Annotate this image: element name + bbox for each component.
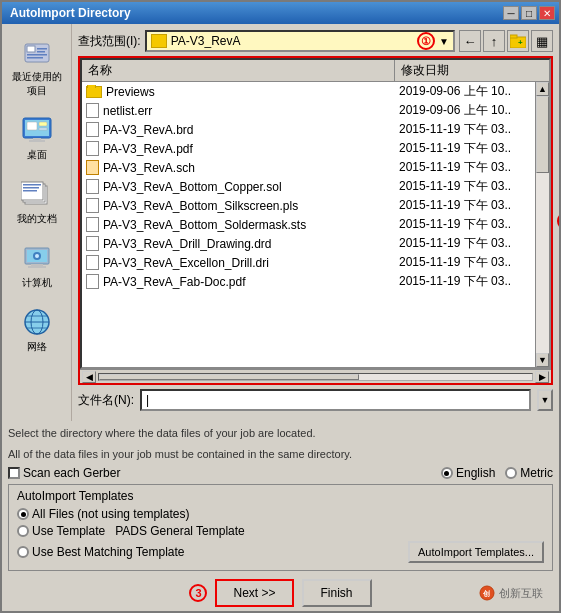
all-files-radio[interactable]: All Files (not using templates) — [17, 507, 189, 521]
file-name: PA-V3_RevA.sch — [103, 161, 195, 175]
sidebar: 最近使用的项目 桌面 — [2, 24, 72, 421]
autoimport-templates-button[interactable]: AutoImport Templates... — [408, 541, 544, 563]
watermark: 创 创新互联 — [479, 585, 543, 601]
sidebar-item-mycomputer[interactable]: 计算机 — [7, 238, 67, 294]
scroll-down-btn[interactable]: ▼ — [536, 353, 549, 367]
desktop-icon — [21, 114, 53, 146]
templates-title: AutoImport Templates — [17, 489, 544, 503]
path-dropdown[interactable]: PA-V3_RevA ① ▼ — [145, 30, 455, 52]
metric-radio[interactable]: Metric — [505, 466, 553, 480]
recent-label: 最近使用的项目 — [11, 70, 63, 98]
english-radio[interactable]: English — [441, 466, 495, 480]
minimize-button[interactable]: ─ — [503, 6, 519, 20]
next-button[interactable]: Next >> — [215, 579, 293, 607]
table-row[interactable]: PA-V3_RevA.sch 2015-11-19 下午 03.. — [82, 158, 535, 177]
watermark-icon: 创 — [479, 585, 495, 601]
table-row[interactable]: PA-V3_RevA_Excellon_Drill.dri 2015-11-19… — [82, 253, 535, 272]
info-line1: Select the directory where the data file… — [8, 425, 553, 442]
use-template-radio[interactable]: Use Template — [17, 524, 105, 538]
table-row[interactable]: PA-V3_RevA.pdf 2015-11-19 下午 03.. — [82, 139, 535, 158]
scroll-right-btn[interactable]: ▶ — [535, 371, 549, 383]
template-option2-row: Use Template PADS General Template — [17, 524, 544, 538]
svg-text:+: + — [518, 38, 523, 47]
scroll-track[interactable] — [98, 373, 533, 381]
up-button[interactable]: ↑ — [483, 30, 505, 52]
file-name: PA-V3_RevA_Bottom_Copper.sol — [103, 180, 282, 194]
sidebar-item-mydocs[interactable]: 我的文档 — [7, 174, 67, 230]
path-toolbar: 查找范围(I): PA-V3_RevA ① ▼ ← ↑ + — [78, 30, 553, 52]
all-files-label: All Files (not using templates) — [32, 507, 189, 521]
template-option3-row: Use Best Matching Template AutoImport Te… — [17, 541, 544, 563]
filename-label: 文件名(N): — [78, 392, 134, 409]
scan-option-row: Scan each Gerber English Metric — [8, 466, 553, 480]
sch-file-icon — [86, 160, 99, 175]
svg-rect-16 — [23, 184, 41, 186]
new-folder-button[interactable]: + — [507, 30, 529, 52]
file-name: PA-V3_RevA.pdf — [103, 142, 193, 156]
file-name-cell: PA-V3_RevA_Bottom_Soldermask.sts — [82, 217, 395, 232]
table-row[interactable]: PA-V3_RevA_Bottom_Silkscreen.pls 2015-11… — [82, 196, 535, 215]
file-name-cell: PA-V3_RevA_Fab-Doc.pdf — [82, 274, 395, 289]
english-radio-dot[interactable] — [441, 467, 453, 479]
best-match-radio-dot[interactable] — [17, 546, 29, 558]
maximize-button[interactable]: □ — [521, 6, 537, 20]
table-row[interactable]: PA-V3_RevA.brd 2015-11-19 下午 03.. — [82, 120, 535, 139]
sidebar-item-recent[interactable]: 最近使用的项目 — [7, 32, 67, 102]
all-files-radio-dot[interactable] — [17, 508, 29, 520]
file-name: PA-V3_RevA_Bottom_Silkscreen.pls — [103, 199, 298, 213]
metric-radio-dot[interactable] — [505, 467, 517, 479]
file-date-cell: 2015-11-19 下午 03.. — [395, 197, 535, 214]
svg-rect-3 — [37, 51, 45, 53]
table-row[interactable]: netlist.err 2019-09-06 上午 10.. — [82, 101, 535, 120]
sidebar-item-network[interactable]: 网络 — [7, 302, 67, 358]
file-date-cell: 2015-11-19 下午 03.. — [395, 235, 535, 252]
table-row[interactable]: Previews 2019-09-06 上午 10.. — [82, 82, 535, 101]
scroll-track-v[interactable] — [536, 96, 549, 353]
doc-file-icon — [86, 141, 99, 156]
svg-text:创: 创 — [482, 590, 490, 597]
network-icon — [21, 306, 53, 338]
file-name-cell: PA-V3_RevA_Excellon_Drill.dri — [82, 255, 395, 270]
scroll-up-btn[interactable]: ▲ — [536, 82, 549, 96]
path-text: PA-V3_RevA — [171, 34, 413, 48]
file-date-cell: 2019-09-06 上午 10.. — [395, 83, 535, 100]
scrollbar-vertical[interactable]: ▲ ▼ — [535, 82, 549, 367]
finish-button[interactable]: Finish — [302, 579, 372, 607]
file-name-cell: PA-V3_RevA.sch — [82, 160, 395, 175]
scan-checkbox[interactable] — [8, 467, 20, 479]
table-row[interactable]: PA-V3_RevA_Bottom_Copper.sol 2015-11-19 … — [82, 177, 535, 196]
scrollbar-horizontal[interactable]: ◀ ▶ — [80, 369, 551, 383]
scan-checkbox-option[interactable]: Scan each Gerber — [8, 466, 120, 480]
view-button[interactable]: ▦ — [531, 30, 553, 52]
file-list-body[interactable]: Previews 2019-09-06 上午 10.. netlist.err … — [82, 82, 535, 367]
file-date-cell: 2015-11-19 下午 03.. — [395, 159, 535, 176]
templates-section: AutoImport Templates All Files (not usin… — [8, 484, 553, 571]
doc-file-icon — [86, 103, 99, 118]
svg-rect-10 — [27, 122, 37, 130]
use-template-radio-dot[interactable] — [17, 525, 29, 537]
template-name: PADS General Template — [115, 524, 245, 538]
mydocs-label: 我的文档 — [17, 212, 57, 226]
file-name: netlist.err — [103, 104, 152, 118]
close-button[interactable]: ✕ — [539, 6, 555, 20]
file-date-cell: 2015-11-19 下午 03.. — [395, 140, 535, 157]
filename-dropdown-btn[interactable]: ▼ — [537, 389, 553, 411]
path-dropdown-arrow: ▼ — [439, 36, 449, 47]
table-row[interactable]: PA-V3_RevA_Bottom_Soldermask.sts 2015-11… — [82, 215, 535, 234]
file-list-header: 名称 修改日期 — [82, 60, 549, 82]
file-date-cell: 2015-11-19 下午 03.. — [395, 121, 535, 138]
best-match-radio[interactable]: Use Best Matching Template — [17, 545, 185, 559]
recent-icon — [21, 36, 53, 68]
table-row[interactable]: PA-V3_RevA_Fab-Doc.pdf 2015-11-19 下午 03.… — [82, 272, 535, 291]
file-list[interactable]: 名称 修改日期 Previews 2019-09-06 上午 10.. netl — [80, 58, 551, 369]
scroll-left-btn[interactable]: ◀ — [82, 371, 96, 383]
file-date-cell: 2019-09-06 上午 10.. — [395, 102, 535, 119]
back-button[interactable]: ← — [459, 30, 481, 52]
file-name-cell: PA-V3_RevA_Bottom_Copper.sol — [82, 179, 395, 194]
file-name: PA-V3_RevA.brd — [103, 123, 194, 137]
folder-icon — [86, 86, 102, 98]
table-row[interactable]: PA-V3_RevA_Drill_Drawing.drd 2015-11-19 … — [82, 234, 535, 253]
filename-input[interactable] — [140, 389, 531, 411]
sidebar-item-desktop[interactable]: 桌面 — [7, 110, 67, 166]
file-date-cell: 2015-11-19 下午 03.. — [395, 273, 535, 290]
